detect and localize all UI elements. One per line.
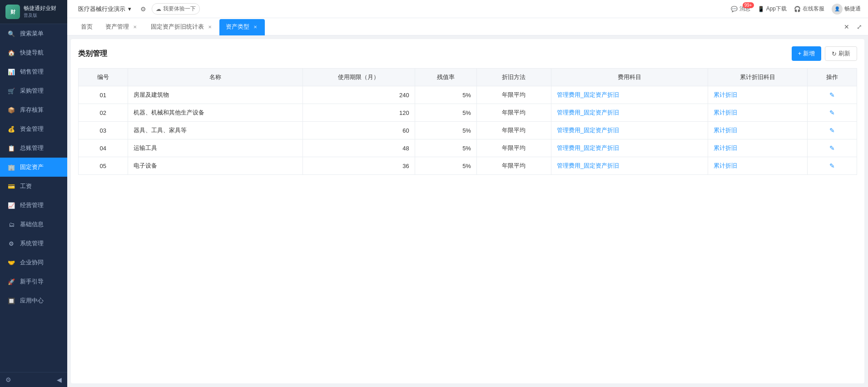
- cell-action[interactable]: ✎: [808, 122, 857, 139]
- sidebar-item-purchase[interactable]: 🛒 采购管理: [0, 81, 67, 100]
- main-content: 医疗器械行业演示 ▾ ⚙ ☁ 我要体验一下 💬 消息 99+ 📱 App下载 🎧…: [67, 0, 868, 387]
- sidebar-item-payroll[interactable]: 💳 工资: [0, 177, 67, 196]
- sidebar-nav: 🔍 搜索菜单 🏠 快捷导航 📊 销售管理 🛒 采购管理 📦 库存核算 💰 资金管…: [0, 24, 67, 372]
- cell-period: 60: [303, 122, 415, 139]
- online-service-action[interactable]: 🎧 在线客服: [794, 5, 824, 13]
- edit-icon[interactable]: ✎: [829, 127, 835, 134]
- tab-asset-type[interactable]: 资产类型 ✕: [219, 19, 265, 35]
- cell-method: 年限平均: [476, 122, 551, 139]
- cell-rate: 5%: [415, 139, 476, 157]
- sidebar-icon-operations: 📈: [7, 201, 15, 209]
- sidebar-label-inventory: 库存核算: [20, 106, 44, 114]
- topbar-settings-icon[interactable]: ⚙: [140, 5, 146, 13]
- edit-icon[interactable]: ✎: [829, 109, 835, 116]
- cell-action[interactable]: ✎: [808, 157, 857, 175]
- cloud-icon: ☁: [156, 6, 161, 12]
- new-button[interactable]: + 新增: [792, 46, 821, 61]
- col-header: 残值率: [415, 69, 476, 86]
- sidebar-item-inventory[interactable]: 📦 库存核算: [0, 100, 67, 119]
- table-row: 01 房屋及建筑物 240 5% 年限平均 管理费用_固定资产折旧 累计折旧 ✎: [79, 86, 857, 104]
- cell-expense: 管理费用_固定资产折旧: [551, 139, 708, 157]
- app-download-action[interactable]: 📱 App下载: [758, 5, 787, 13]
- page-content: 类别管理 + 新增 ↻ 刷新 编号名称使用期限（月）残值率折旧方法费用科目累计折…: [71, 39, 864, 383]
- sidebar-item-sales[interactable]: 📊 销售管理: [0, 62, 67, 81]
- tab-close-button[interactable]: ✕: [842, 22, 852, 32]
- sidebar-item-guide[interactable]: 🚀 新手引导: [0, 272, 67, 291]
- sidebar-item-ledger[interactable]: 📋 总账管理: [0, 139, 67, 158]
- tab-asset-manage-close[interactable]: ✕: [132, 24, 138, 30]
- sidebar-item-app-center[interactable]: 🔲 应用中心: [0, 291, 67, 310]
- sidebar-label-sales: 销售管理: [20, 68, 44, 76]
- table-row: 02 机器、机械和其他生产设备 120 5% 年限平均 管理费用_固定资产折旧 …: [79, 104, 857, 122]
- sidebar: 财 畅捷通好业财 普及版 🔍 搜索菜单 🏠 快捷导航 📊 销售管理 🛒 采购管理…: [0, 0, 67, 387]
- cell-action[interactable]: ✎: [808, 139, 857, 157]
- sidebar-icon-enterprise: 🤝: [7, 258, 15, 267]
- tab-fixed-asset-table-label: 固定资产折旧统计表: [151, 23, 204, 31]
- cell-period: 48: [303, 139, 415, 157]
- message-action[interactable]: 💬 消息 99+: [731, 5, 750, 13]
- tab-asset-type-close[interactable]: ✕: [252, 24, 258, 30]
- sidebar-label-fixed-assets: 固定资产: [20, 163, 44, 171]
- sidebar-item-fixed-assets[interactable]: 🏢 固定资产: [0, 158, 67, 177]
- tab-fixed-asset-table[interactable]: 固定资产折旧统计表 ✕: [144, 19, 219, 35]
- experience-button[interactable]: ☁ 我要体验一下: [152, 3, 200, 15]
- sidebar-item-system[interactable]: ⚙ 系统管理: [0, 234, 67, 253]
- cell-name: 器具、工具、家具等: [128, 122, 303, 139]
- sidebar-item-basic-info[interactable]: 🗂 基础信息: [0, 215, 67, 234]
- workspace-selector[interactable]: 医疗器械行业演示 ▾: [74, 3, 135, 15]
- refresh-button[interactable]: ↻ 刷新: [825, 46, 857, 61]
- tab-home[interactable]: 首页: [74, 19, 99, 35]
- sidebar-icon-search: 🔍: [7, 30, 15, 38]
- col-header: 操作: [808, 69, 857, 86]
- refresh-label: 刷新: [838, 50, 850, 58]
- online-service-label: 在线客服: [803, 5, 824, 13]
- cell-action[interactable]: ✎: [808, 104, 857, 122]
- col-header: 编号: [79, 69, 128, 86]
- cell-period: 120: [303, 104, 415, 122]
- sidebar-icon-payroll: 💳: [7, 182, 15, 190]
- tab-asset-manage[interactable]: 资产管理 ✕: [99, 19, 144, 35]
- sidebar-label-guide: 新手引导: [20, 278, 44, 286]
- cell-expense: 管理费用_固定资产折旧: [551, 122, 708, 139]
- sidebar-footer: ⚙ ◀: [0, 372, 67, 387]
- tab-home-label: 首页: [81, 23, 93, 31]
- cell-action[interactable]: ✎: [808, 86, 857, 104]
- sidebar-label-enterprise: 企业协同: [20, 258, 44, 267]
- sidebar-item-operations[interactable]: 📈 经营管理: [0, 196, 67, 215]
- cell-name: 房屋及建筑物: [128, 86, 303, 104]
- settings-icon[interactable]: ⚙: [5, 376, 11, 383]
- workspace-label: 医疗器械行业演示: [78, 5, 125, 13]
- cell-method: 年限平均: [476, 157, 551, 175]
- cell-accumulated: 累计折旧: [708, 86, 808, 104]
- cell-period: 240: [303, 86, 415, 104]
- tab-asset-manage-label: 资产管理: [105, 23, 129, 31]
- sidebar-label-app-center: 应用中心: [20, 297, 44, 305]
- sidebar-item-quick-nav[interactable]: 🏠 快捷导航: [0, 43, 67, 62]
- cell-rate: 5%: [415, 104, 476, 122]
- sidebar-icon-system: ⚙: [7, 239, 15, 248]
- page-header: 类别管理 + 新增 ↻ 刷新: [78, 46, 857, 61]
- user-name: 畅捷通: [844, 5, 861, 13]
- sidebar-item-funds[interactable]: 💰 资金管理: [0, 119, 67, 139]
- sidebar-icon-sales: 📊: [7, 68, 15, 76]
- sidebar-item-enterprise[interactable]: 🤝 企业协同: [0, 253, 67, 272]
- user-action[interactable]: 👤 畅捷通: [832, 4, 861, 15]
- cell-method: 年限平均: [476, 86, 551, 104]
- logo-text-block: 畅捷通好业财 普及版: [24, 5, 56, 19]
- edit-icon[interactable]: ✎: [829, 144, 835, 152]
- sidebar-icon-fixed-assets: 🏢: [7, 163, 15, 171]
- sidebar-label-payroll: 工资: [20, 182, 32, 190]
- col-header: 折旧方法: [476, 69, 551, 86]
- sidebar-item-search[interactable]: 🔍 搜索菜单: [0, 24, 67, 43]
- logo-sub: 普及版: [24, 12, 56, 19]
- cell-accumulated: 累计折旧: [708, 122, 808, 139]
- col-header: 使用期限（月）: [303, 69, 415, 86]
- edit-icon[interactable]: ✎: [829, 91, 835, 99]
- cell-rate: 5%: [415, 86, 476, 104]
- tab-fixed-asset-table-close[interactable]: ✕: [207, 24, 213, 30]
- tab-expand-button[interactable]: ⤢: [854, 22, 864, 32]
- table-row: 05 电子设备 36 5% 年限平均 管理费用_固定资产折旧 累计折旧 ✎: [79, 157, 857, 175]
- collapse-icon[interactable]: ◀: [57, 376, 62, 383]
- edit-icon[interactable]: ✎: [829, 162, 835, 169]
- tabbar: 首页 资产管理 ✕ 固定资产折旧统计表 ✕ 资产类型 ✕ ✕ ⤢: [67, 18, 868, 35]
